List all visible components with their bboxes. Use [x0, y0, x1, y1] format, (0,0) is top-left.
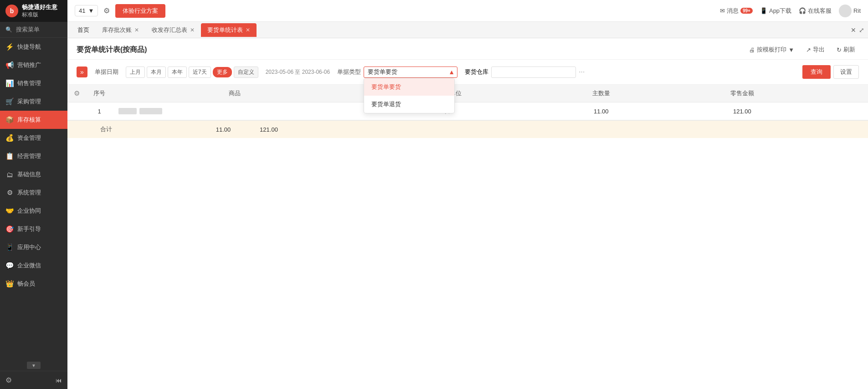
sidebar-item-marketing[interactable]: 📢 营销推广: [0, 56, 67, 74]
row-settings: [67, 102, 86, 120]
user-avatar-area[interactable]: Rit: [839, 5, 861, 17]
export-btn[interactable]: ↗ 导出: [802, 44, 828, 56]
dropdown-item-order[interactable]: 要货单要货: [364, 78, 454, 96]
sidebar-item-purchase[interactable]: 🛒 采购管理: [0, 92, 67, 111]
sidebar-item-quick-nav[interactable]: ⚡ 快捷导航: [0, 38, 67, 56]
col-header-settings: ⚙: [67, 85, 86, 102]
date-btn-this-month[interactable]: 本月: [147, 67, 166, 78]
col-header-extra: [819, 85, 868, 102]
date-btn-this-year[interactable]: 本年: [168, 67, 187, 78]
sidebar-item-finance[interactable]: 💰 资金管理: [0, 129, 67, 147]
sidebar-item-system[interactable]: ⚙ 系统管理: [0, 184, 67, 202]
appstore-icon: 📱: [5, 243, 14, 251]
topbar-settings-icon[interactable]: ⚙: [103, 6, 110, 15]
tab-close-order-summary[interactable]: ✕: [246, 27, 250, 33]
tab-close-receive-summary[interactable]: ✕: [190, 27, 195, 33]
expand-window-btn[interactable]: ⤢: [859, 26, 864, 34]
logo-icon: b: [5, 5, 18, 17]
filter-actions: 查询 设置: [802, 65, 859, 79]
tab-inventory-batch[interactable]: 库存批次账 ✕: [96, 23, 145, 37]
tabs-bar: 首页 库存批次账 ✕ 收发存汇总表 ✕ 要货单统计表 ✕ ✕ ⤢: [67, 22, 868, 38]
message-badge: 99+: [740, 8, 753, 14]
date-btn-custom[interactable]: 自定义: [234, 67, 258, 78]
vip-icon: 👑: [5, 280, 14, 288]
sidebar-item-vip[interactable]: 👑 畅会员: [0, 275, 67, 293]
cooperation-icon: 🤝: [5, 207, 14, 215]
quick-nav-icon: ⚡: [5, 43, 14, 51]
table-footer: 合计 11.00 121.00: [67, 120, 868, 138]
type-select-container: ▲ 要货单要货 要货单退货: [364, 67, 457, 78]
sidebar-item-sales[interactable]: 📊 销售管理: [0, 74, 67, 92]
print-icon: 🖨: [749, 46, 755, 53]
sidebar-item-basic[interactable]: 🗂 基础信息: [0, 165, 67, 184]
row-amount: 121.00: [665, 102, 820, 120]
wechat-icon: 💬: [5, 261, 14, 270]
footer-quantity: 11.00: [200, 126, 246, 133]
messages-btn[interactable]: ✉ 消息 99+: [720, 7, 753, 15]
data-table-container: ⚙ 序号 商品 主计量单位 主数量 零售金额 1: [67, 85, 868, 389]
row-num: 1: [86, 102, 113, 120]
col-header-num: 序号: [86, 85, 113, 102]
tab-receive-summary[interactable]: 收发存汇总表 ✕: [145, 23, 201, 37]
date-label: 单据日期: [95, 68, 118, 76]
page-header: 要货单统计表(按商品) 🖨 按模板打印 ▼ ↗ 导出 ↻ 刷新: [67, 38, 868, 60]
col-header-amount: 零售金额: [665, 85, 820, 102]
scroll-down-btn[interactable]: ▼: [27, 362, 41, 369]
query-btn[interactable]: 查询: [802, 65, 831, 79]
sidebar-item-appstore[interactable]: 📱 应用中心: [0, 238, 67, 256]
warehouse-input[interactable]: [491, 67, 576, 78]
date-btn-last-month[interactable]: 上月: [126, 67, 145, 78]
data-table: ⚙ 序号 商品 主计量单位 主数量 零售金额 1: [67, 85, 868, 120]
refresh-btn[interactable]: ↻ 刷新: [833, 44, 859, 56]
warehouse-filter: 要货仓库 ···: [465, 67, 795, 78]
page-actions: 🖨 按模板打印 ▼ ↗ 导出 ↻ 刷新: [745, 44, 859, 56]
footer-values: 11.00 121.00: [200, 126, 292, 133]
sidebar-item-wechat[interactable]: 💬 企业微信: [0, 256, 67, 275]
col-header-quantity: 主数量: [537, 85, 665, 102]
filter-row: » 单据日期 上月 本月 本年 近7天 更多 自定义 2023-05-06 至 …: [67, 60, 868, 85]
tab-home[interactable]: 首页: [71, 23, 96, 37]
logo-text: 畅捷通好生意 标准版: [22, 4, 57, 18]
export-icon: ↗: [806, 46, 811, 53]
dropdown-item-return[interactable]: 要货单退货: [364, 96, 454, 113]
footer-amount: 121.00: [246, 126, 292, 133]
date-btn-more[interactable]: 更多: [213, 67, 232, 77]
sidebar-scroll-down[interactable]: ▼: [0, 360, 67, 371]
search-menu[interactable]: 🔍 搜索菜单: [0, 22, 67, 38]
trial-btn[interactable]: 体验行业方案: [115, 4, 165, 18]
basic-icon: 🗂: [5, 171, 14, 179]
app-logo: b 畅捷通好生意 标准版: [0, 0, 67, 22]
sidebar-item-inventory[interactable]: 📦 库存核算: [0, 111, 67, 129]
sidebar-nav: ⚡ 快捷导航 📢 营销推广 📊 销售管理 🛒 采购管理 📦 库存核算 💰 资金管…: [0, 38, 67, 360]
date-btn-last-7-days[interactable]: 近7天: [189, 67, 211, 78]
sidebar-item-operations[interactable]: 📋 经营管理: [0, 147, 67, 165]
finance-icon: 💰: [5, 134, 14, 142]
app-download-btn[interactable]: 📱 App下载: [760, 7, 791, 15]
window-buttons: ✕ ⤢: [851, 26, 864, 34]
type-label: 单据类型: [337, 68, 361, 76]
row-product: [113, 102, 357, 120]
sidebar-gear-btn[interactable]: ⚙: [5, 376, 12, 384]
col-settings-icon[interactable]: ⚙: [74, 89, 80, 97]
table-row: 1 块 11.00 121.00: [67, 102, 868, 120]
tab-order-summary[interactable]: 要货单统计表 ✕: [201, 23, 257, 37]
date-range-text: 2023-05-06 至 2023-06-06: [266, 68, 330, 76]
sidebar-collapse-btn[interactable]: ⏮: [56, 377, 62, 384]
warehouse-label: 要货仓库: [465, 68, 488, 76]
topbar: 41 ▼ ⚙ 体验行业方案 ✉ 消息 99+ 📱 App下载 🎧 在线客服 R: [67, 0, 868, 22]
print-btn[interactable]: 🖨 按模板打印 ▼: [745, 44, 798, 56]
settings-btn[interactable]: 设置: [833, 65, 859, 79]
main-content: 41 ▼ ⚙ 体验行业方案 ✉ 消息 99+ 📱 App下载 🎧 在线客服 R: [67, 0, 868, 389]
online-service-btn[interactable]: 🎧 在线客服: [799, 7, 832, 15]
type-select-input[interactable]: [364, 67, 457, 78]
tab-close-inventory-batch[interactable]: ✕: [134, 27, 139, 33]
warehouse-more-btn[interactable]: ···: [579, 68, 585, 76]
headset-icon: 🎧: [799, 7, 806, 14]
sidebar-item-cooperation[interactable]: 🤝 企业协同: [0, 202, 67, 220]
filter-toggle-btn[interactable]: »: [77, 67, 87, 77]
sidebar-footer: ⚙ ⏮: [0, 371, 67, 389]
close-window-btn[interactable]: ✕: [851, 26, 856, 34]
store-selector[interactable]: 41 ▼: [75, 5, 98, 16]
sidebar-item-guide[interactable]: 🎯 新手引导: [0, 220, 67, 238]
type-filter: 单据类型 ▲ 要货单要货 要货单退货: [337, 67, 457, 78]
